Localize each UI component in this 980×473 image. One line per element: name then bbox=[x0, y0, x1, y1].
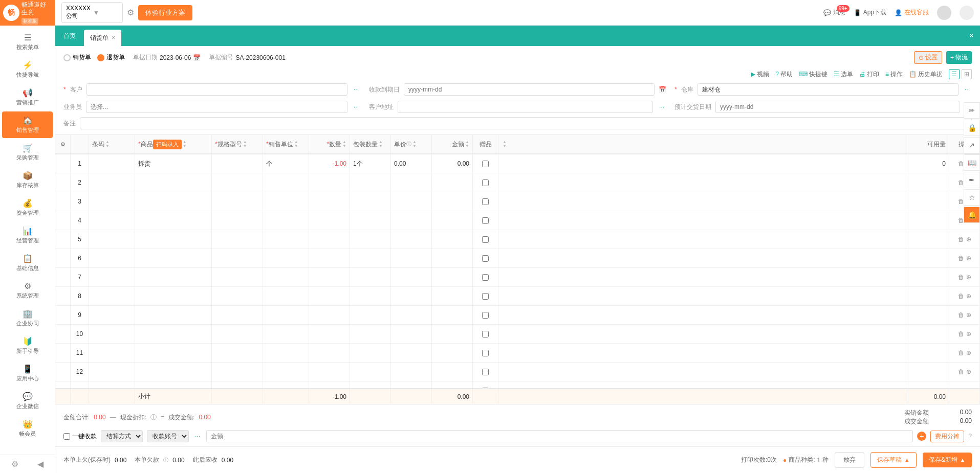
copy-row-icon[interactable]: ⊕ bbox=[966, 330, 971, 337]
topbar-gear-icon[interactable]: ⚙ bbox=[127, 8, 134, 17]
online-service-button[interactable]: 👤 在线客服 bbox=[895, 8, 929, 17]
row-amount[interactable]: 0.00 bbox=[432, 154, 473, 173]
delete-row-icon[interactable]: 🗑 bbox=[958, 368, 964, 375]
row-gift[interactable] bbox=[473, 154, 498, 173]
sidebar-item-purchase[interactable]: 🛒 采购管理 bbox=[2, 139, 53, 166]
list-view-icon[interactable]: ☰ bbox=[949, 69, 960, 79]
settings-footer-icon[interactable]: ⚙ bbox=[11, 459, 18, 469]
delete-row-icon[interactable]: 🗑 bbox=[958, 160, 964, 167]
delete-row-icon[interactable]: 🗑 bbox=[958, 292, 964, 300]
delete-row-icon[interactable]: 🗑 bbox=[958, 179, 964, 186]
row-remarks[interactable] bbox=[498, 154, 908, 173]
sidebar-item-system[interactable]: ⚙ 系统管理 bbox=[2, 277, 53, 304]
due-date-input[interactable] bbox=[404, 83, 655, 96]
customer-addr-input[interactable] bbox=[398, 101, 653, 113]
save-new-button[interactable]: 保存&新增 ▲ bbox=[923, 453, 972, 467]
right-panel-edit[interactable]: ✏ bbox=[964, 102, 980, 119]
logistics-button[interactable]: + 物流 bbox=[946, 51, 972, 64]
user-avatar2[interactable] bbox=[960, 6, 974, 20]
account-more-icon[interactable]: ··· bbox=[193, 433, 202, 440]
sidebar-item-appstore[interactable]: 📱 应用中心 bbox=[2, 360, 53, 387]
help-toolbar-item[interactable]: ? 帮助 bbox=[775, 70, 793, 79]
sidebar-item-guide[interactable]: 🔰 新手引导 bbox=[2, 332, 53, 359]
warehouse-more-icon[interactable]: ··· bbox=[963, 86, 972, 93]
tab-close-icon[interactable]: × bbox=[112, 34, 115, 41]
delete-row-icon[interactable]: 🗑 bbox=[958, 330, 964, 337]
amount-input[interactable] bbox=[206, 430, 913, 442]
warehouse-input[interactable] bbox=[698, 83, 959, 96]
table-col-gear[interactable]: ⚙ bbox=[55, 135, 71, 153]
app-download-button[interactable]: 📱 App下载 bbox=[854, 8, 886, 17]
delete-row-icon[interactable]: 🗑 bbox=[958, 311, 964, 319]
user-avatar[interactable] bbox=[937, 6, 951, 20]
one-pay-check[interactable] bbox=[63, 433, 70, 440]
sidebar-item-inventory[interactable]: 📦 库存核算 bbox=[2, 167, 53, 193]
gift-checkbox[interactable] bbox=[482, 350, 489, 356]
add-payment-button[interactable]: + bbox=[917, 432, 926, 441]
due-date-calendar-icon[interactable]: 📅 bbox=[659, 86, 666, 93]
sidebar-item-enterprise[interactable]: 🏢 企业协同 bbox=[2, 305, 53, 331]
salesman-more-icon[interactable]: ··· bbox=[352, 103, 361, 110]
row-spec[interactable] bbox=[212, 154, 263, 173]
expected-date-input[interactable] bbox=[715, 101, 960, 113]
tabbar-close-icon[interactable]: × bbox=[969, 31, 974, 40]
row-product[interactable]: 拆货 bbox=[135, 154, 212, 173]
trial-button[interactable]: 体验行业方案 bbox=[138, 5, 192, 20]
sidebar-item-member[interactable]: 👑 畅会员 bbox=[2, 415, 53, 442]
sidebar-item-search[interactable]: ☰ 搜索菜单 bbox=[2, 29, 53, 55]
fee-split-button[interactable]: 费用分摊 bbox=[930, 431, 964, 442]
sidebar-item-sales[interactable]: 🏠 销售管理 bbox=[2, 111, 53, 138]
setting-button[interactable]: ⊙ 设置 bbox=[914, 51, 942, 64]
copy-row-icon[interactable]: ⊕ bbox=[966, 349, 971, 356]
customer-more-icon[interactable]: ··· bbox=[352, 86, 361, 93]
ops-toolbar-item[interactable]: ≡ 操作 bbox=[885, 70, 903, 79]
row-price[interactable]: 0.00 bbox=[391, 154, 432, 173]
history-toolbar-item[interactable]: 📋 历史单据 bbox=[909, 70, 943, 79]
salesman-input[interactable] bbox=[86, 101, 347, 113]
gift-checkbox[interactable] bbox=[482, 236, 489, 243]
tab-sale-order[interactable]: 销货单 × bbox=[84, 30, 121, 46]
right-panel-book[interactable]: 📖 bbox=[964, 154, 980, 171]
delete-row-icon[interactable]: 🗑 bbox=[958, 198, 964, 205]
overdue-help-icon[interactable]: ⓘ bbox=[163, 457, 168, 464]
gift-checkbox[interactable] bbox=[482, 179, 489, 186]
message-button[interactable]: 💬 消息 99+ bbox=[823, 8, 845, 17]
calc-method-select[interactable]: 结算方式 bbox=[101, 430, 143, 442]
delete-row-icon[interactable]: 🗑 bbox=[958, 274, 964, 281]
row-barcode[interactable] bbox=[89, 154, 135, 173]
gift-checkbox[interactable] bbox=[482, 255, 489, 262]
draft-button[interactable]: 保存草稿 ▲ bbox=[870, 452, 917, 468]
copy-row-icon[interactable]: ⊕ bbox=[966, 236, 971, 243]
sidebar-item-wechat[interactable]: 💬 企业微信 bbox=[2, 388, 53, 414]
sidebar-item-shortcut[interactable]: ⚡ 快捷导航 bbox=[2, 56, 53, 83]
gift-checkbox[interactable] bbox=[482, 198, 489, 205]
row-pkg[interactable]: 1个 bbox=[350, 154, 391, 173]
scan-button[interactable]: 扫码录入 bbox=[153, 140, 182, 149]
print-toolbar-item[interactable]: 🖨 打印 bbox=[859, 70, 879, 79]
sidebar-item-basic[interactable]: 📋 基础信息 bbox=[2, 250, 53, 276]
gift-checkbox[interactable] bbox=[482, 217, 489, 224]
copy-row-icon[interactable]: ⊕ bbox=[966, 292, 971, 300]
delete-row-icon[interactable]: 🗑 bbox=[958, 255, 964, 262]
date-calendar-icon[interactable]: 📅 bbox=[193, 54, 201, 61]
customer-addr-more-icon[interactable]: ··· bbox=[657, 103, 666, 110]
gift-checkbox[interactable] bbox=[482, 274, 489, 281]
collapse-icon[interactable]: ◀ bbox=[37, 459, 43, 469]
company-selector[interactable]: XXXXXX公司 ▼ bbox=[61, 2, 123, 23]
copy-row-icon[interactable]: ⊕ bbox=[966, 368, 971, 375]
row-qty[interactable]: -1.00 bbox=[309, 154, 350, 173]
discount-help-icon[interactable]: ⓘ bbox=[150, 413, 157, 422]
gift-checkbox[interactable] bbox=[482, 293, 489, 300]
one-pay-checkbox[interactable]: 一键收款 bbox=[63, 432, 97, 441]
copy-row-icon[interactable]: ⊕ bbox=[966, 255, 971, 262]
gift-checkbox[interactable] bbox=[482, 369, 489, 375]
video-toolbar-item[interactable]: ▶ 视频 bbox=[751, 70, 769, 79]
filter-toolbar-item[interactable]: ☰ 选单 bbox=[834, 70, 853, 79]
right-panel-lock[interactable]: 🔒 bbox=[964, 120, 980, 136]
delete-row-icon[interactable]: 🗑 bbox=[958, 217, 964, 224]
radio-return[interactable]: 退货单 bbox=[97, 53, 125, 62]
gift-checkbox[interactable] bbox=[482, 331, 489, 337]
sidebar-item-finance[interactable]: 💰 资金管理 bbox=[2, 194, 53, 221]
fee-help-icon[interactable]: ? bbox=[968, 433, 972, 440]
tab-home[interactable]: 首页 bbox=[55, 26, 84, 46]
